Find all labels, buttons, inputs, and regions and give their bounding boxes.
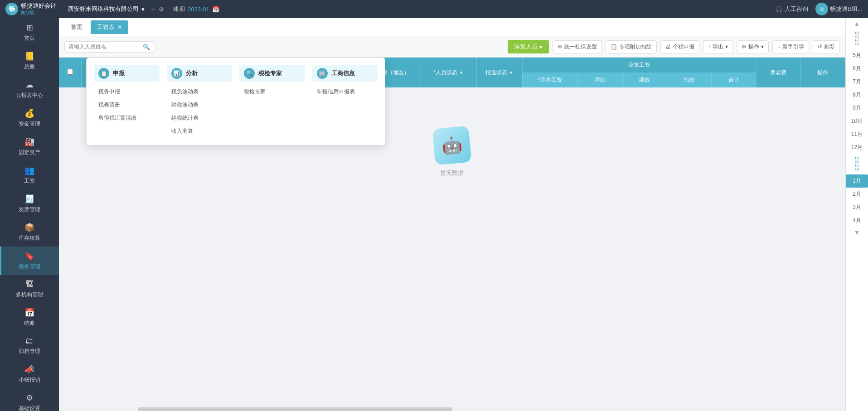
tab-payroll-label: 工资表 [97,23,115,31]
horizontal-scrollbar[interactable] [59,407,845,411]
declare-item-tax-list[interactable]: 税表清册 [94,98,160,111]
support-button[interactable]: 🎧 人工咨询 [776,5,808,13]
search-wrap[interactable]: 🔍 [64,41,155,53]
company-selector[interactable]: 西安虾米网络科技有限公司 ▾ ＋ ⚙ [68,5,164,13]
select-all-checkbox[interactable] [67,69,73,75]
month-11[interactable]: 11月 [846,128,868,141]
sidebar-item-cloud-report[interactable]: ☁ 云报表中心 [0,75,59,104]
current-year-label: 2023 [854,154,860,174]
sidebar: ⊞ 首页 📒 总账 ☁ 云报表中心 💰 资金管理 🏭 固定资产 👥 工资 🧾 发… [0,18,59,411]
month-10[interactable]: 10月 [846,115,868,128]
business-section-header: 🏢 工商信息 [312,65,378,82]
month-1-current[interactable]: 1月 [846,174,868,188]
app-subtitle: 旗舰版 [21,10,56,16]
archive-icon: 🗂 [25,336,34,346]
sidebar-item-tax[interactable]: 🔖 税务管理 [0,247,59,275]
refresh-icon: ↺ [818,44,822,50]
social-icon: ⚙ [558,44,563,50]
user-menu[interactable]: B 畅捷通B组... [815,3,863,15]
export-button[interactable]: ↑ 导出 ▾ [703,40,733,53]
month-9[interactable]: 9月 [846,102,868,115]
add-dropdown-icon[interactable]: ▾ [539,44,543,50]
table-container: 工号 ↕ *姓名 *部门 *证据类型 *证据号码 国籍（地区） *人员状态 ▼ … [59,58,845,411]
month-8[interactable]: 8月 [846,88,868,102]
sidebar-item-settings[interactable]: ⚙ 基础设置 [0,388,59,411]
social-label: 统一社保设置 [564,43,597,51]
analyze-item-tax-movement[interactable]: 纳税波动表 [167,98,233,111]
calendar-down-arrow[interactable]: ▼ [852,227,863,238]
sidebar-label-tax: 税务管理 [19,263,40,271]
search-icon[interactable]: 🔍 [143,44,150,50]
tab-payroll-close[interactable]: ✕ [117,24,122,30]
add-company-icon[interactable]: ＋ [150,5,156,13]
search-input[interactable] [68,44,141,50]
tab-home[interactable]: 首页 [64,20,89,34]
report-icon: 📣 [24,364,34,374]
sidebar-item-invoice[interactable]: 🧾 发票管理 [0,189,59,218]
sidebar-label-ledger: 总账 [24,63,35,71]
sidebar-label-close: 结账 [24,319,35,327]
sidebar-item-payroll[interactable]: 👥 工资 [0,161,59,189]
month-6[interactable]: 6月 [846,62,868,75]
sidebar-item-fund[interactable]: 💰 资金管理 [0,104,59,132]
period-label: 账期 [173,5,185,13]
business-item-annual[interactable]: 年报信息申报表 [312,85,378,98]
month-2-current[interactable]: 2月 [846,188,868,201]
dropdown-section-business: 🏢 工商信息 年报信息申报表 [312,65,378,138]
sidebar-item-close[interactable]: 📅 结账 [0,303,59,332]
declare-item-income-tax[interactable]: 所得税汇算清缴 [94,111,160,125]
assets-icon: 🏭 [24,137,34,147]
sidebar-item-report[interactable]: 📣 小畅报销 [0,360,59,388]
th-checkbox[interactable] [59,58,81,87]
sidebar-label-inventory: 库存核算 [19,234,40,242]
period-selector[interactable]: 账期 2023-01 📅 [173,5,219,13]
inventory-icon: 📦 [24,222,34,232]
analyze-item-tax-burden[interactable]: 税负波动表 [167,85,233,98]
sidebar-item-home[interactable]: ⊞ 首页 [0,18,59,47]
sidebar-item-archive[interactable]: 🗂 归档管理 [0,332,59,360]
month-3-current[interactable]: 3月 [846,201,868,214]
company-settings-icon[interactable]: ⚙ [159,6,164,13]
period-calendar-icon[interactable]: 📅 [212,6,219,13]
month-5[interactable]: 5月 [846,49,868,62]
report-filter-icon[interactable]: ▼ [509,70,513,75]
tax-expert-item[interactable]: 税检专家 [239,85,305,98]
dropdown-section-tax-expert: 🔍 税检专家 税检专家 [239,65,305,138]
month-7[interactable]: 7月 [846,75,868,88]
guide-button[interactable]: ○ 新手引导 [772,40,809,53]
tax-expert-section-header: 🔍 税检专家 [239,65,305,82]
sidebar-item-inventory[interactable]: 📦 库存核算 [0,218,59,247]
th-salary-group: 应发工资 [522,58,756,73]
top-bar-right: 🎧 人工咨询 B 畅捷通B组... [776,3,863,15]
multi-org-icon: 🏗 [25,280,34,289]
month-4-current[interactable]: 4月 [846,214,868,227]
sidebar-item-fixed-assets[interactable]: 🏭 固定资产 [0,132,59,161]
operate-dropdown-icon[interactable]: ▾ [761,44,764,50]
calendar-up-arrow[interactable]: ▲ [852,18,863,29]
analyze-label: 分析 [186,69,198,77]
sidebar-label-archive: 归档管理 [19,348,40,355]
tax-report-button[interactable]: 🖨 个税申报 [660,40,699,53]
special-label: 专项附加扣除 [619,43,652,51]
tax-expert-label: 税检专家 [258,69,282,77]
analyze-item-income-calc[interactable]: 收入测算 [167,125,233,138]
refresh-button[interactable]: ↺ 刷新 [813,40,840,53]
social-insurance-button[interactable]: ⚙ 统一社保设置 [553,40,602,53]
tab-bar: 首页 工资表 ✕ [59,18,845,36]
user-label: 畅捷通B组... [830,5,863,13]
invoice-icon: 🧾 [24,194,34,204]
analyze-item-tax-stats[interactable]: 纳税统计表 [167,111,233,125]
add-employee-button[interactable]: 添加人员 ▾ [508,40,549,53]
month-12[interactable]: 12月 [846,141,868,154]
export-dropdown-icon[interactable]: ▾ [725,44,728,50]
status-filter-icon[interactable]: ▼ [459,70,464,75]
special-deduction-button[interactable]: 📋 专项附加扣除 [606,40,657,53]
company-dropdown-icon[interactable]: ▾ [141,6,145,13]
dropdown-grid: 📋 申报 税务申报 税表清册 所得税汇算清缴 📊 分析 税负波动表 [94,65,378,138]
declare-item-tax-report[interactable]: 税务申报 [94,85,160,98]
sidebar-item-multi-org[interactable]: 🏗 多机构管理 [0,275,59,303]
sidebar-item-general-ledger[interactable]: 📒 总账 [0,47,59,75]
tab-payroll[interactable]: 工资表 ✕ [91,20,128,34]
operate-button[interactable]: ⚙ 操作 ▾ [737,40,769,53]
close-books-icon: 📅 [24,308,34,318]
